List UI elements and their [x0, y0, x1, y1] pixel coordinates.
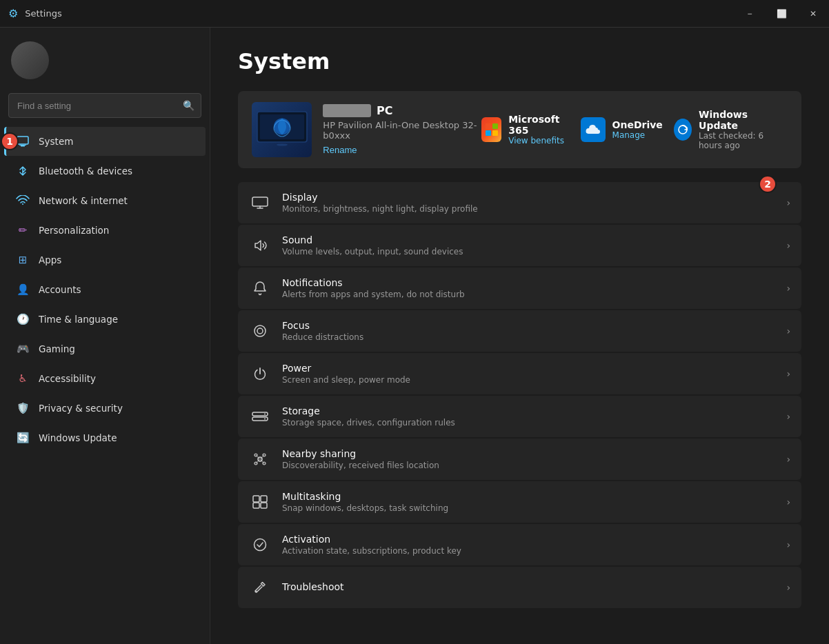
rename-button[interactable]: Rename — [323, 145, 357, 155]
quick-links: Microsoft 365 View benefits OneDrive Man… — [481, 109, 788, 150]
sidebar-item-label-accounts: Accounts — [39, 284, 81, 295]
troubleshoot-icon — [249, 576, 271, 598]
focus-text: Focus Reduce distractions — [282, 320, 775, 342]
onedrive-sub[interactable]: Manage — [612, 130, 663, 140]
accounts-icon: 👤 — [15, 282, 30, 297]
notifications-title: Notifications — [282, 277, 775, 288]
storage-chevron: › — [786, 411, 790, 422]
svg-point-16 — [264, 414, 266, 415]
svg-point-13 — [254, 325, 266, 336]
gaming-icon: 🎮 — [15, 341, 30, 356]
settings-item-activation[interactable]: Activation Activation state, subscriptio… — [238, 524, 801, 565]
settings-item-focus[interactable]: Focus Reduce distractions › — [238, 310, 801, 352]
titlebar-left: ⚙ Settings — [8, 7, 62, 20]
sidebar-item-privacy[interactable]: 🛡️ Privacy & security — [4, 394, 206, 423]
main-content: System XXXXX PC — [210, 28, 829, 644]
settings-item-display[interactable]: Display Monitors, brightness, night ligh… — [238, 182, 801, 223]
display-subtitle: Monitors, brightness, night light, displ… — [282, 204, 775, 214]
settings-item-multitasking[interactable]: Multitasking Snap windows, desktops, tas… — [238, 481, 801, 523]
settings-item-nearby[interactable]: Nearby sharing Discoverability, received… — [238, 439, 801, 480]
quick-link-onedrive[interactable]: OneDrive Manage — [581, 109, 663, 150]
sidebar-item-label-privacy: Privacy & security — [39, 403, 123, 414]
settings-item-sound[interactable]: Sound Volume levels, output, input, soun… — [238, 225, 801, 266]
display-chevron: › — [786, 197, 790, 208]
sidebar-item-system[interactable]: System 1 — [4, 127, 206, 156]
settings-item-power[interactable]: Power Screen and sleep, power mode › — [238, 353, 801, 394]
multitasking-subtitle: Snap windows, desktops, task switching — [282, 503, 775, 513]
sidebar-item-accounts[interactable]: 👤 Accounts — [4, 275, 206, 304]
power-subtitle: Screen and sleep, power mode — [282, 375, 775, 385]
sidebar-item-label-update: Windows Update — [39, 432, 117, 443]
sidebar-item-apps[interactable]: ⊞ Apps — [4, 245, 206, 274]
sidebar-item-personalization[interactable]: ✏️ Personalization — [4, 216, 206, 245]
ms365-icon — [481, 117, 501, 142]
privacy-icon: 🛡️ — [15, 401, 30, 416]
nearby-chevron: › — [786, 454, 790, 465]
multitasking-title: Multitasking — [282, 491, 775, 502]
close-button[interactable]: ✕ — [797, 0, 829, 28]
sidebar-item-bluetooth[interactable]: Bluetooth & devices — [4, 157, 206, 185]
sidebar-item-time[interactable]: 🕐 Time & language — [4, 305, 206, 334]
annotation-badge-1: 1 — [1, 132, 19, 150]
svg-point-12 — [257, 328, 263, 334]
activation-title: Activation — [282, 534, 775, 545]
svg-rect-7 — [486, 123, 491, 129]
activation-subtitle: Activation state, subscriptions, product… — [282, 546, 775, 556]
accessibility-icon: ♿ — [15, 371, 30, 386]
focus-title: Focus — [282, 320, 775, 331]
settings-item-storage[interactable]: Storage Storage space, drives, configura… — [238, 396, 801, 437]
settings-item-troubleshoot[interactable]: Troubleshoot › — [238, 567, 801, 608]
activation-icon — [249, 534, 271, 556]
sidebar-item-label-accessibility: Accessibility — [39, 373, 96, 384]
sidebar-profile — [0, 34, 210, 90]
focus-chevron: › — [786, 325, 790, 336]
search-input[interactable] — [8, 93, 201, 118]
time-icon: 🕐 — [15, 312, 30, 327]
settings-item-notifications[interactable]: Notifications Alerts from apps and syste… — [238, 268, 801, 309]
svg-rect-9 — [486, 130, 491, 136]
display-text: Display Monitors, brightness, night ligh… — [282, 192, 775, 214]
sidebar-search-container: 🔍 — [8, 93, 201, 118]
svg-point-28 — [255, 591, 257, 593]
maximize-button[interactable]: ⬜ — [766, 0, 797, 28]
power-chevron: › — [786, 368, 790, 379]
minimize-button[interactable]: − — [734, 0, 766, 28]
power-title: Power — [282, 363, 775, 374]
pc-info: XXXXX PC HP Pavilion All-in-One Desktop … — [323, 104, 481, 155]
sound-chevron: › — [786, 240, 790, 251]
sidebar-item-network[interactable]: Network & internet — [4, 186, 206, 215]
svg-rect-24 — [261, 496, 267, 502]
avatar — [11, 41, 49, 79]
ms365-title: Microsoft 365 — [508, 114, 569, 136]
sidebar-item-label-gaming: Gaming — [39, 343, 75, 354]
quick-link-ms365[interactable]: Microsoft 365 View benefits — [481, 109, 570, 150]
onedrive-icon — [581, 117, 606, 142]
sound-text: Sound Volume levels, output, input, soun… — [282, 234, 775, 256]
troubleshoot-chevron: › — [786, 582, 790, 593]
network-icon — [15, 193, 30, 208]
winupdate-sub: Last checked: 6 hours ago — [699, 131, 788, 150]
sidebar: 🔍 System 1 — [0, 28, 210, 644]
sidebar-item-gaming[interactable]: 🎮 Gaming — [4, 334, 206, 363]
sidebar-item-label-time: Time & language — [39, 314, 118, 325]
titlebar: ⚙ Settings − ⬜ ✕ — [0, 0, 829, 28]
sound-title: Sound — [282, 234, 775, 245]
svg-rect-10 — [492, 130, 498, 136]
bluetooth-icon — [15, 163, 30, 179]
focus-subtitle: Reduce distractions — [282, 332, 775, 342]
multitasking-text: Multitasking Snap windows, desktops, tas… — [282, 491, 775, 513]
svg-rect-23 — [253, 496, 259, 502]
svg-point-6 — [277, 143, 288, 145]
ms365-sub[interactable]: View benefits — [508, 136, 569, 145]
power-text: Power Screen and sleep, power mode — [282, 363, 775, 385]
sidebar-item-update[interactable]: 🔄 Windows Update — [4, 423, 206, 452]
sidebar-item-label-network: Network & internet — [39, 195, 128, 206]
sidebar-item-accessibility[interactable]: ♿ Accessibility — [4, 364, 206, 393]
svg-point-17 — [264, 419, 266, 420]
svg-rect-2 — [19, 145, 26, 145]
quick-link-winupdate[interactable]: Windows Update Last checked: 6 hours ago — [674, 109, 788, 150]
focus-icon — [249, 320, 271, 342]
pc-model: HP Pavilion All-in-One Desktop 32-b0xxx — [323, 120, 481, 141]
sidebar-item-label-personalization: Personalization — [39, 225, 109, 236]
sidebar-item-label-bluetooth: Bluetooth & devices — [39, 165, 132, 177]
